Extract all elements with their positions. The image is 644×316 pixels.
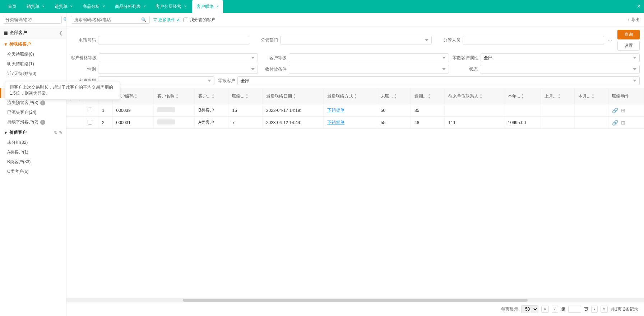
nav-close-sales[interactable]: × [42, 0, 45, 13]
nav-purchase-order[interactable]: 进货单 × [50, 0, 77, 13]
info-icon-lost-warning[interactable]: i [40, 100, 45, 105]
filter-price-level-select[interactable] [99, 53, 258, 62]
th-contact[interactable]: 联络... ▲▼ [228, 88, 262, 104]
sidebar-pending-section[interactable]: ▼ 待联络客户 [0, 39, 66, 49]
tooltip-text: 距客户上次交易时长，超过了此客户的平均交易周期的1.5倍，则视为异常。 [10, 85, 113, 96]
filter-manager-input[interactable] [463, 36, 604, 44]
nav-sales-order[interactable]: 销货单 × [22, 0, 49, 13]
filter-more-icon[interactable]: ··· [606, 37, 614, 43]
row1-index: 1 [98, 104, 113, 117]
nav-home[interactable]: 首页 [4, 0, 21, 13]
sidebar-search-input[interactable] [3, 16, 62, 24]
row2-this-month [574, 117, 608, 129]
nav-close-analysis-list[interactable]: × [144, 0, 146, 13]
nav-customer-contact[interactable]: 客户联络 × [192, 0, 223, 13]
th-overdue[interactable]: 逾期... ▲▼ [411, 88, 445, 104]
query-btn[interactable]: 查询 [617, 30, 640, 39]
th-name[interactable]: 客户名称 ▲▼ [153, 88, 194, 104]
th-historical-contact[interactable]: 往来单位联系人 ▲▼ [445, 88, 504, 104]
table-row: 1 000039 B类客户 15 2023-04-17 14:19: 下销货单 … [66, 104, 644, 117]
filter-icon: ▽ [153, 17, 157, 22]
search-input[interactable] [74, 17, 141, 22]
sidebar-ungrouped[interactable]: 未分组(32) [0, 138, 66, 147]
filter-status-select[interactable] [480, 65, 640, 74]
th-last-contact-method[interactable]: 最后联络方式 ▲▼ [324, 88, 377, 104]
row1-last-contact-method[interactable]: 下销货单 [324, 104, 377, 117]
export-btn[interactable]: ↑ 导出 [627, 17, 640, 23]
filter-customer-level-select[interactable] [289, 53, 449, 62]
th-this-year[interactable]: 本年... ▲▼ [504, 88, 541, 104]
row1-overdue: 35 [411, 104, 445, 117]
row1-type: B类客户 [195, 104, 228, 117]
row2-more-icon[interactable]: ⊞ [621, 120, 625, 126]
filter-payment-select[interactable] [289, 65, 449, 74]
filter-gender-select[interactable] [98, 65, 258, 74]
page-number-input[interactable]: 1 [568, 306, 581, 313]
nav-close-contact[interactable]: × [217, 0, 219, 13]
sidebar-type-a[interactable]: A类客户(1) [0, 147, 66, 157]
first-page-btn[interactable]: « [541, 306, 549, 313]
filter-phone-input[interactable] [98, 36, 249, 44]
filter-retail-attr-field: 零散客户属性 全部 [453, 53, 640, 62]
row2-checkbox[interactable] [84, 117, 98, 129]
th-last-contact-date[interactable]: 最后联络日期 ▲▼ [262, 88, 323, 104]
scrollbar-thumb[interactable] [183, 299, 528, 302]
row2-contact-icon[interactable]: 🔗 [612, 120, 618, 126]
filter-retail-customer-select[interactable]: 全部 [237, 76, 640, 85]
sidebar-declining[interactable]: 持续下滑客户(2) i [0, 117, 66, 127]
filter-row-2: 客户价格等级 客户等级 零散客户属性 全部 [71, 53, 640, 62]
nav-customer-tier[interactable]: 客户分层经营 × [151, 0, 191, 13]
row2-name-blurred [157, 119, 175, 124]
filter-gender-label: 性别 [71, 66, 96, 72]
sidebar-collapse-btn[interactable]: ❮ [59, 30, 62, 36]
sidebar-lost[interactable]: 已流失客户(24) [0, 108, 66, 117]
th-type[interactable]: 客户... ▲▼ [195, 88, 228, 104]
edit-value-icon[interactable]: ✎ [59, 130, 62, 135]
nav-close-tier[interactable]: × [184, 0, 186, 13]
sidebar-today-pending[interactable]: 今天待联络(0) [0, 49, 66, 59]
sidebar-tomorrow-pending[interactable]: 明天待联络(1) [0, 59, 66, 69]
row2-type: A类客户 [195, 117, 228, 129]
window-close-btn[interactable]: × [637, 3, 640, 10]
nav-close-purchase[interactable]: × [70, 0, 73, 13]
last-page-btn[interactable]: » [601, 306, 608, 313]
sidebar-type-b[interactable]: B类客户(33) [0, 157, 66, 167]
row2-check[interactable] [88, 120, 92, 124]
row1-name [153, 104, 194, 117]
per-page-select[interactable]: 50 [521, 305, 538, 313]
prev-page-btn[interactable]: ‹ [552, 306, 558, 313]
sidebar-type-c[interactable]: C类客户(6) [0, 167, 66, 176]
filter-dept-label: 分管部门 [253, 37, 278, 43]
horizontal-scrollbar[interactable] [66, 298, 644, 302]
filter-retail-attr-select[interactable]: 全部 [481, 53, 640, 62]
row1-more-icon[interactable]: ⊞ [621, 108, 625, 113]
nav-close-analysis[interactable]: × [103, 0, 105, 13]
sidebar-value-section[interactable]: ▼ 价值客户 ↻ ✎ [0, 127, 66, 138]
more-conditions-btn[interactable]: ▽ 更多条件 ∧ [153, 17, 180, 23]
row1-settings [66, 104, 84, 117]
th-this-month[interactable]: 本月... ▲▼ [574, 88, 608, 104]
page-of-label: 页 [584, 306, 588, 312]
sidebar-7day-pending[interactable]: 近7天待联络(0) [0, 69, 66, 79]
row1-check[interactable] [88, 108, 92, 112]
refresh-icon[interactable]: ↻ [54, 130, 57, 135]
sidebar-search-button[interactable]: 🔍 [62, 16, 66, 23]
my-customer-checkbox[interactable] [184, 18, 188, 22]
th-last-month[interactable]: 上月... ▲▼ [541, 88, 574, 104]
settings-btn[interactable]: 设置 [617, 41, 640, 51]
nav-product-analysis-list[interactable]: 商品分析列表 × [111, 0, 150, 13]
filter-status-field: 状态 [453, 65, 640, 74]
nav-product-analysis[interactable]: 商品分析 × [78, 0, 109, 13]
row1-checkbox[interactable] [84, 104, 98, 117]
filter-dept-select[interactable] [280, 36, 431, 44]
th-not-contacted[interactable]: 未联... ▲▼ [377, 88, 411, 104]
filter-manager-field: 分管人员 ··· [435, 36, 614, 44]
sidebar-all-customers-header[interactable]: ▦ 全部客户 ❮ [0, 27, 66, 39]
filter-payment-field: 收付款条件 [261, 65, 449, 74]
row2-settings [66, 117, 84, 129]
next-page-btn[interactable]: › [591, 306, 598, 313]
info-icon-declining[interactable]: i [40, 120, 45, 125]
arrow-down-value-icon: ▼ [4, 130, 8, 135]
row2-last-contact-method[interactable]: 下销货单 [324, 117, 377, 129]
row1-contact-icon[interactable]: 🔗 [612, 108, 618, 113]
